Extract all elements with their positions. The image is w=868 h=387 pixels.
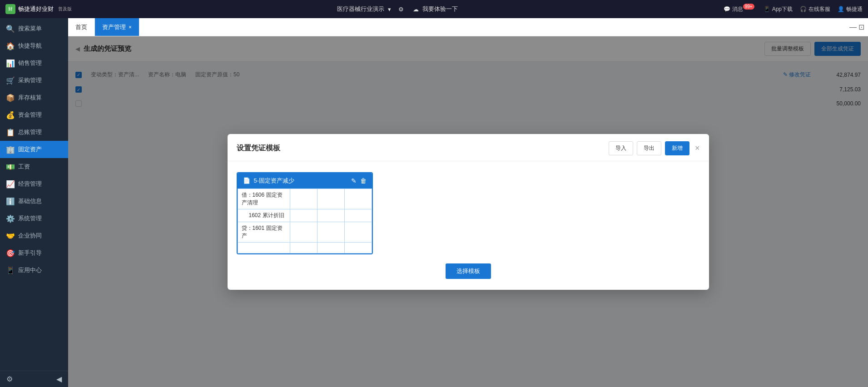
tab-home-label: 首页 — [75, 23, 87, 31]
sidebar-label-basicinfo: 基础信息 — [18, 197, 42, 205]
dialog-title: 设置凭证模板 — [237, 144, 280, 153]
close-icon[interactable]: × — [695, 144, 700, 152]
company-selector[interactable]: 医疗器械行业演示 ▾ ⚙ ☁ 我要体验一下 — [337, 5, 458, 13]
tab-home[interactable]: 首页 — [68, 18, 95, 36]
edit-icon[interactable]: ✎ — [351, 177, 357, 184]
chevron-down-icon: ▾ — [388, 6, 391, 13]
sidebar-label-ledger: 总账管理 — [18, 128, 42, 136]
sidebar-item-quicknav[interactable]: 🏠 快捷导航 — [0, 37, 68, 55]
debit-label-2: 1602 累计折旧 — [238, 209, 290, 222]
sidebar-item-operations[interactable]: 📈 经营管理 — [0, 175, 68, 193]
sidebar-label-sysadmin: 系统管理 — [18, 214, 42, 223]
template-card-actions: ✎ 🗑 — [351, 177, 367, 184]
sidebar-item-appcenter[interactable]: 📱 应用中心 — [0, 262, 68, 279]
sidebar-item-ledger[interactable]: 📋 总账管理 — [0, 124, 68, 141]
export-btn[interactable]: 导出 — [637, 141, 661, 155]
user-info[interactable]: 👤 畅捷通 — [838, 5, 863, 13]
credit-col3-2 — [317, 242, 344, 253]
username: 畅捷通 — [846, 5, 863, 13]
user-icon: 👤 — [838, 6, 844, 12]
sidebar-item-fixedasset[interactable]: 🏢 固定资产 — [0, 141, 68, 158]
sidebar-item-sales[interactable]: 📊 销售管理 — [0, 55, 68, 72]
logo-icon: 财 — [5, 4, 15, 14]
debit-col2-1 — [290, 189, 317, 209]
dialog-set-template: 设置凭证模板 导入 导出 新增 × — [228, 134, 709, 290]
ledger-icon: 📋 — [6, 128, 15, 136]
box-icon: 📦 — [6, 94, 15, 102]
sidebar-item-sysadmin[interactable]: ⚙️ 系统管理 — [0, 210, 68, 227]
debit-label-1: 借：1606 固定资产清理 — [238, 189, 290, 209]
money-icon: 💰 — [6, 111, 15, 119]
dialog-body: 📄 5-固定资产减少 ✎ 🗑 — [228, 161, 709, 290]
search-icon: 🔍 — [6, 25, 15, 33]
settings-bottom-icon[interactable]: ⚙ — [6, 375, 13, 383]
import-btn[interactable]: 导入 — [609, 141, 633, 155]
sidebar-item-search[interactable]: 🔍 搜索菜单 — [0, 20, 68, 37]
sidebar-label-operations: 经营管理 — [18, 180, 42, 188]
debit-col2-2 — [290, 209, 317, 222]
maximize-icon[interactable]: ⊡ — [858, 23, 864, 31]
sidebar-item-capital[interactable]: 💰 资金管理 — [0, 106, 68, 124]
info-icon: ℹ️ — [6, 197, 15, 205]
tabs-actions: — ⊡ — [849, 23, 868, 31]
sidebar-nav: 🔍 搜索菜单 🏠 快捷导航 📊 销售管理 🛒 采购管理 📦 库存核 — [0, 18, 68, 371]
chart-icon: 📊 — [6, 59, 15, 67]
template-file-icon: 📄 — [243, 177, 250, 184]
tab-assetmgmt[interactable]: 资产管理 × — [95, 18, 139, 36]
online-service-label: 在线客服 — [808, 5, 830, 13]
delete-icon[interactable]: 🗑 — [360, 177, 367, 184]
message-icon: 💬 — [724, 6, 730, 12]
debit-col4-2 — [344, 209, 372, 222]
sidebar-label-capital: 资金管理 — [18, 111, 42, 119]
template-entries-table: 借：1606 固定资产清理 1602 累计折旧 — [238, 189, 372, 253]
edition-tag: 普及版 — [58, 6, 72, 12]
company-name: 医疗器械行业演示 — [337, 5, 384, 13]
sidebar-label-sales: 销售管理 — [18, 59, 42, 67]
dialog-toolbar: 导入 导出 新增 — [609, 141, 689, 155]
credit-col4-1 — [344, 222, 372, 242]
sidebar-label-appcenter: 应用中心 — [18, 266, 42, 274]
mobile-icon: 📱 — [764, 6, 770, 12]
message-badge: 99+ — [743, 4, 754, 10]
sidebar-item-salary[interactable]: 💵 工资 — [0, 158, 68, 175]
sidebar-label-purchase: 采购管理 — [18, 76, 42, 84]
new-btn[interactable]: 新增 — [665, 141, 689, 155]
modal-overlay: 设置凭证模板 导入 导出 新增 × — [68, 36, 868, 387]
app-download-btn[interactable]: 📱 App下载 — [764, 5, 793, 13]
home-icon: 🏠 — [6, 42, 15, 50]
template-credit-row-1: 贷：1601 固定资产 — [238, 222, 372, 242]
tab-close-icon[interactable]: × — [129, 24, 132, 30]
credit-col4-2 — [344, 242, 372, 253]
headset-icon: 🎧 — [800, 6, 807, 12]
settings-icon[interactable]: ⚙ — [398, 6, 404, 13]
tab-assetmgmt-label: 资产管理 — [102, 23, 126, 31]
sidebar-label-fixedasset: 固定资产 — [18, 145, 42, 154]
credit-label-2 — [238, 242, 290, 253]
collapse-icon[interactable]: ◀ — [56, 375, 62, 383]
credit-col2-1 — [290, 222, 317, 242]
cloud-icon: ☁ — [413, 6, 419, 13]
template-card-header: 📄 5-固定资产减少 ✎ 🗑 — [238, 173, 372, 189]
message-btn[interactable]: 💬 消息 99+ — [724, 5, 756, 13]
debit-col4-1 — [344, 189, 372, 209]
choose-template-btn[interactable]: 选择模板 — [446, 263, 491, 279]
building-icon: 🏢 — [6, 145, 15, 154]
minimize-icon[interactable]: — — [849, 23, 857, 31]
guide-icon: 🎯 — [6, 249, 15, 257]
sidebar-label-quicknav: 快捷导航 — [18, 42, 42, 50]
template-card[interactable]: 📄 5-固定资产减少 ✎ 🗑 — [237, 172, 373, 254]
credit-col2-2 — [290, 242, 317, 253]
online-service-btn[interactable]: 🎧 在线客服 — [800, 5, 830, 13]
sidebar-item-basicinfo[interactable]: ℹ️ 基础信息 — [0, 193, 68, 210]
template-debit-row-1: 借：1606 固定资产清理 — [238, 189, 372, 209]
sidebar-item-inventory[interactable]: 📦 库存核算 — [0, 89, 68, 106]
sidebar-label-search: 搜索菜单 — [18, 25, 42, 33]
sidebar-item-enterprise[interactable]: 🤝 企业协同 — [0, 227, 68, 244]
handshake-icon: 🤝 — [6, 232, 15, 240]
sidebar-item-guide[interactable]: 🎯 新手引导 — [0, 244, 68, 262]
app-name: 畅捷通好业财 — [18, 5, 54, 13]
sidebar-item-purchase[interactable]: 🛒 采购管理 — [0, 72, 68, 89]
try-text[interactable]: 我要体验一下 — [422, 5, 458, 13]
credit-col3-1 — [317, 222, 344, 242]
template-card-title: 5-固定资产减少 — [254, 177, 295, 185]
